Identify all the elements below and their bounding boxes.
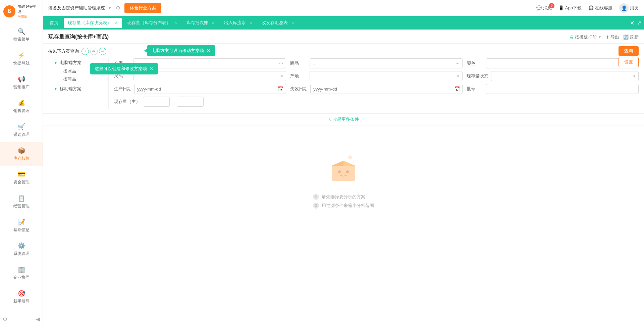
svg-point-1 — [338, 170, 341, 173]
user-item[interactable]: 👤 用友 — [619, 3, 639, 13]
logo-icon: 6 — [3, 5, 15, 17]
support-item[interactable]: 🎧 在线客服 — [588, 5, 612, 11]
page-header: 现存量查询(按仓库+商品) 🖨 按模板打印 ▼ ⬆ 导出 🔄 刷新 — [43, 30, 644, 44]
sidebar-item-basic[interactable]: 📝 基础信息 — [0, 214, 43, 237]
header-settings-icon[interactable]: ⚙ — [116, 5, 120, 11]
stock-qty-max-input[interactable] — [177, 97, 204, 107]
sidebar-item-guide[interactable]: 🎯 新手引导 — [0, 285, 43, 309]
reset-button[interactable]: 设置 — [619, 57, 639, 67]
stock-status-label: 现存量状态 — [467, 73, 488, 79]
svg-point-2 — [346, 170, 349, 173]
tab-in-out-flow[interactable]: 出入库流水 ✕ — [220, 18, 256, 28]
sidebar-item-finance[interactable]: 💳 资金管理 — [0, 166, 43, 190]
tab-inventory-status-close[interactable]: ✕ — [115, 21, 118, 25]
sidebar-item-search[interactable]: 🔍 搜索菜单 — [0, 23, 43, 47]
print-icon: 🖨 — [569, 35, 574, 40]
origin-select[interactable] — [310, 71, 462, 81]
app-download-label: App下载 — [565, 5, 582, 11]
expire-date-calendar-icon[interactable]: 📅 — [454, 86, 460, 92]
svg-point-3 — [348, 155, 352, 159]
scheme-tooltip2-close[interactable]: ✕ — [150, 66, 154, 71]
export-button[interactable]: ⬆ 导出 — [605, 34, 619, 40]
sidebar-item-label: 经营管理 — [13, 203, 30, 209]
color-select[interactable] — [486, 58, 639, 68]
tab-home[interactable]: 首页 — [46, 18, 62, 28]
svg-rect-0 — [332, 166, 355, 181]
collapse-sidebar-icon[interactable]: ◀ — [36, 316, 40, 322]
scheme-group-mobile-label: 移动端方案 — [60, 86, 82, 92]
empty-step-2: ② 用过滤条件来缩小分析范围 — [313, 201, 374, 210]
message-item[interactable]: 💬 消息 6 — [536, 5, 552, 11]
sidebar-bottom: ⚙ ◀ — [0, 313, 43, 325]
filter-actions: + ✏ ← — [82, 48, 106, 55]
expire-date-input[interactable] — [310, 84, 462, 94]
sidebar-item-system[interactable]: ⚙️ 系统管理 — [0, 237, 43, 261]
sidebar-item-sales[interactable]: 💰 销售管理 — [0, 95, 43, 118]
scheme-item[interactable]: 按商品 — [60, 75, 106, 83]
scheme-tooltip2-text: 这里可以创建和修改方案哦 — [95, 66, 147, 72]
export-label: 导出 — [610, 34, 619, 40]
stock-qty-min-input[interactable] — [143, 97, 170, 107]
sidebar-item-label: 基础信息 — [13, 227, 30, 233]
produce-date-calendar-icon[interactable]: 📅 — [278, 86, 283, 92]
sidebar-item-quick-nav[interactable]: ⚡ 快捷导航 — [0, 47, 43, 71]
tab-batch-account[interactable]: 库存批次账 ✕ — [182, 18, 219, 28]
filter-row-2: 尺码 ▼ 产地 ▼ — [114, 71, 639, 81]
scheme-tooltip-close[interactable]: ✕ — [207, 48, 211, 53]
query-button[interactable]: 查询 — [619, 46, 639, 56]
produce-date-input[interactable] — [134, 84, 286, 94]
page-title: 现存量查询(按仓库+商品) — [48, 34, 109, 41]
stock-qty-separator: — — [171, 99, 175, 104]
batch-input[interactable] — [486, 84, 639, 94]
tab-fullscreen-icon[interactable]: ⤢ — [637, 20, 641, 26]
step-2-text: 用过滤条件来缩小分析范围 — [322, 201, 374, 210]
tab-inventory-dist[interactable]: 现存量（库存分布表） ✕ — [123, 18, 181, 28]
system-dropdown-icon[interactable]: ▼ — [108, 6, 112, 10]
settings-bottom-icon[interactable]: ⚙ — [3, 316, 7, 322]
collapse-bar[interactable]: ∧ 收起更多条件 — [43, 114, 644, 125]
sidebar-logo: 6 畅通好好生意 标准版 — [0, 0, 43, 23]
system-title-text: 装备及固定资产辅助管理系统 — [48, 5, 105, 11]
stock-status-select[interactable] — [491, 71, 639, 81]
sidebar-item-purchase[interactable]: 🛒 采购管理 — [0, 118, 43, 142]
sidebar-item-label: 快捷导航 — [13, 60, 30, 66]
logo-text: 畅通好好生意 — [18, 4, 39, 14]
scheme-group-mobile-header[interactable]: ▼ 移动端方案 — [54, 85, 106, 93]
sidebar-item-label: 采购管理 — [13, 132, 30, 138]
support-label: 在线客服 — [595, 5, 612, 11]
goods-select[interactable]: ... ⋯ — [310, 58, 462, 68]
tab-inventory-dist-close[interactable]: ✕ — [174, 21, 177, 25]
sidebar-item-label: 搜索菜单 — [13, 37, 30, 42]
trial-button[interactable]: 体验行业方案 — [124, 3, 161, 13]
purchase-icon: 🛒 — [18, 123, 25, 130]
refresh-button[interactable]: 🔄 刷新 — [623, 34, 639, 40]
tab-receive-summary[interactable]: 收发存汇总表 ✕ — [258, 18, 298, 28]
tab-in-out-flow-label: 出入库流水 — [224, 20, 246, 26]
edit-scheme-button[interactable]: ✏ — [90, 48, 98, 55]
stock-qty-label: 现存量（主） — [114, 99, 140, 105]
goods-field: 商品 ... ⋯ — [290, 58, 462, 68]
sidebar-item-marketing[interactable]: 📢 营销推广 — [0, 71, 43, 95]
quick-nav-icon: ⚡ — [18, 52, 25, 59]
tab-close-all-icon[interactable]: ✕ — [630, 20, 634, 26]
sidebar-item-inventory[interactable]: 📦 库存核算 — [0, 142, 43, 166]
batch-field: 批号 — [467, 84, 639, 94]
support-icon: 🎧 — [588, 5, 594, 10]
sidebar-item-label: 企业协同 — [13, 275, 30, 280]
stock-qty-field: 现存量（主） — — [114, 97, 286, 107]
tab-batch-account-close[interactable]: ✕ — [212, 21, 215, 25]
app-download-icon: 📱 — [558, 5, 564, 10]
produce-date-label: 生产日期 — [114, 86, 131, 92]
tab-in-out-flow-close[interactable]: ✕ — [249, 21, 252, 25]
add-scheme-button[interactable]: + — [82, 48, 89, 55]
print-label: 按模板打印 — [575, 34, 597, 40]
page-content: 现存量查询(按仓库+商品) 🖨 按模板打印 ▼ ⬆ 导出 🔄 刷新 — [43, 30, 644, 325]
sidebar-item-operation[interactable]: 📋 经营管理 — [0, 190, 43, 214]
sidebar-item-enterprise[interactable]: 🏢 企业协同 — [0, 261, 43, 285]
print-button[interactable]: 🖨 按模板打印 ▼ — [569, 34, 601, 40]
tab-inventory-status[interactable]: 现存量（库存状况表） ✕ — [64, 18, 122, 28]
back-scheme-button[interactable]: ← — [99, 48, 106, 55]
produce-date-input-wrapper: 📅 — [134, 84, 286, 94]
app-download-item[interactable]: 📱 App下载 — [558, 5, 582, 11]
tab-receive-summary-close[interactable]: ✕ — [291, 21, 294, 25]
